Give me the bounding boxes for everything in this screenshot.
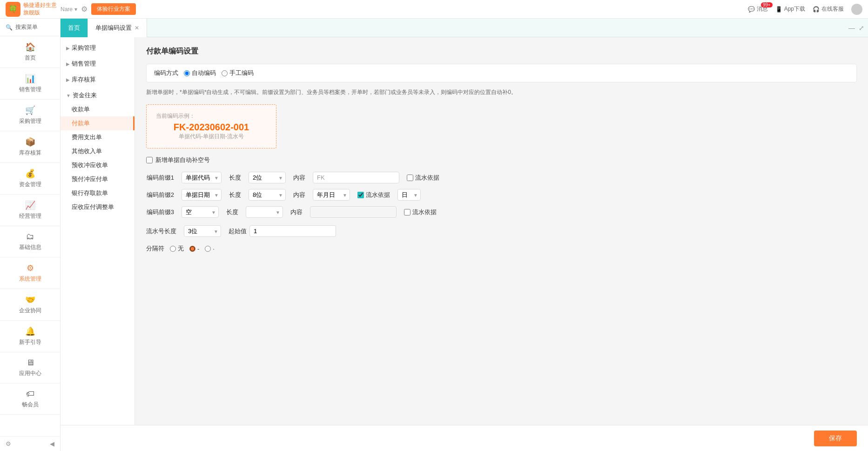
tab-encoding[interactable]: 单据编码设置 ✕ (88, 19, 147, 37)
separator-row: 分隔符 无 - · (146, 244, 857, 253)
message-btn[interactable]: 💬 消息 99+ (748, 5, 768, 13)
nav-item-pre-receive[interactable]: 预收冲应收单 (61, 158, 135, 172)
sidebar-item-label: 企业协同 (19, 307, 41, 315)
logo-text: 畅捷通好生意 旗舰版 (23, 2, 57, 16)
sidebar-item-enterprise[interactable]: 🤝 企业协同 (0, 289, 60, 321)
sidebar-item-basic-info[interactable]: 🗂 基础信息 (0, 226, 60, 257)
prefix-row-2: 编码前缀2 单据日期 ▼ 长度 8位 ▼ (146, 189, 857, 201)
member-icon: 🏷 (26, 389, 34, 399)
auto-fill-checkbox[interactable] (146, 157, 153, 163)
prefix2-type-select[interactable]: 单据日期 (182, 189, 222, 201)
user-avatar (851, 4, 862, 15)
minimize-icon[interactable]: — (848, 24, 855, 32)
prefix1-serial-checkbox[interactable] (407, 175, 413, 181)
prefix3-content-input[interactable] (310, 206, 397, 218)
settings-icon[interactable]: ⚙ (81, 5, 87, 13)
nav-item-payment[interactable]: 付款单 (61, 116, 135, 130)
sidebar-item-sales[interactable]: 📊 销售管理 (0, 68, 60, 100)
nav-item-adjust[interactable]: 应收应付调整单 (61, 200, 135, 214)
nav-arrow-sales: ▶ (66, 61, 70, 67)
nav-arrow-icon[interactable]: ▾ (74, 6, 77, 13)
nav-arrow-inventory: ▶ (66, 77, 70, 82)
nav-item-pre-pay[interactable]: 预付冲应付单 (61, 172, 135, 186)
sidebar-item-inventory[interactable]: 📦 库存核算 (0, 131, 60, 163)
separator-dot-radio[interactable] (205, 246, 211, 252)
sidebar-item-finance[interactable]: 💰 资金管理 (0, 163, 60, 195)
tab-home[interactable]: 首页 (61, 19, 88, 37)
nav-item-expense[interactable]: 费用支出单 (61, 130, 135, 144)
inventory-icon: 📦 (25, 137, 35, 147)
manual-encode-radio[interactable] (222, 70, 228, 76)
prefix-row-1: 编码前缀1 单据代码 ▼ 长度 2位 ▼ (146, 172, 857, 183)
system-icon: ⚙ (27, 263, 34, 273)
trial-btn[interactable]: 体验行业方案 (91, 3, 136, 15)
prefix3-type-select[interactable]: 空 (182, 206, 219, 218)
separator-dash-radio[interactable] (189, 246, 195, 252)
nav-section-finance-header[interactable]: ▼ 资金往来 (61, 88, 135, 102)
basic-info-icon: 🗂 (26, 232, 34, 242)
sidebar-item-member[interactable]: 🏷 畅会员 (0, 384, 60, 415)
separator-none-radio[interactable] (170, 246, 176, 252)
sidebar-item-appstore[interactable]: 🖥 应用中心 (0, 352, 60, 384)
prefix1-type-select[interactable]: 单据代码 (182, 172, 222, 183)
search-menu-btn[interactable]: 🔍 搜索菜单 (0, 19, 60, 36)
separator-dot[interactable]: · (205, 245, 215, 252)
app-download-btn[interactable]: 📱 App下载 (775, 5, 805, 13)
nav-arrow-purchase: ▶ (66, 46, 70, 51)
nav-placeholder-text: Nare (61, 6, 73, 13)
operations-icon: 📈 (25, 200, 35, 210)
sidebar-collapse-icon[interactable]: ◀ (50, 440, 54, 447)
tabbar-actions: — ⤢ (848, 24, 868, 32)
serial-row: 流水号长度 3位 ▼ 起始值 (146, 225, 857, 237)
expand-icon[interactable]: ⤢ (859, 24, 864, 32)
prefix3-serial-follow[interactable]: 流水依据 (404, 208, 437, 216)
nav-item-receipt[interactable]: 收款单 (61, 102, 135, 116)
separator-dash[interactable]: - (189, 245, 199, 252)
tab-close-icon[interactable]: ✕ (135, 25, 139, 31)
user-info[interactable] (851, 4, 862, 15)
prefix2-day-select[interactable]: 日 (397, 189, 421, 201)
prefix3-serial-checkbox[interactable] (404, 209, 410, 215)
nav-section-sales-header[interactable]: ▶ 销售管理 (61, 57, 135, 71)
topbar-nav: Nare ▾ (61, 6, 77, 13)
online-service-btn[interactable]: 🎧 在线客服 (813, 5, 844, 13)
enterprise-icon: 🤝 (25, 295, 35, 305)
prefix1-length-select[interactable]: 2位 (249, 172, 286, 183)
purchase-icon: 🛒 (25, 105, 35, 115)
sidebar-item-guide[interactable]: 🔔 新手引导 (0, 321, 60, 352)
example-label: 当前编码示例： (156, 112, 267, 120)
nav-item-bank[interactable]: 银行存取款单 (61, 186, 135, 200)
sidebar-item-home[interactable]: 🏠 首页 (0, 36, 60, 68)
sidebar-settings-icon[interactable]: ⚙ (6, 440, 11, 447)
prefix3-length-select[interactable] (246, 206, 283, 218)
sidebar-item-label: 系统管理 (19, 275, 41, 283)
prefix1-content-input[interactable] (313, 172, 399, 183)
auto-encode-option[interactable]: 自动编码 (184, 69, 216, 77)
topbar-left: 🍀 畅捷通好生意 旗舰版 Nare ▾ ⚙ 体验行业方案 (6, 2, 136, 17)
prefix3-content-label: 内容 (290, 208, 303, 216)
nav-section-purchase-header[interactable]: ▶ 采购管理 (61, 41, 135, 55)
sidebar-item-operations[interactable]: 📈 经营管理 (0, 195, 60, 226)
nav-item-other-income[interactable]: 其他收入单 (61, 144, 135, 158)
sidebar-item-purchase[interactable]: 🛒 采购管理 (0, 100, 60, 131)
start-value-input[interactable] (249, 225, 336, 237)
sidebar-item-label: 首页 (25, 54, 36, 62)
manual-encode-label: 手工编码 (229, 69, 254, 77)
notice-text: 新增单据时，*单据编码*自动生成，不可编辑。前缀设置为部门、业务员等档案类，开单… (146, 88, 857, 97)
prefix2-serial-checkbox[interactable] (357, 192, 364, 198)
nav-section-sales: ▶ 销售管理 (61, 57, 135, 71)
nav-section-inventory-header[interactable]: ▶ 库存核算 (61, 73, 135, 87)
auto-encode-radio[interactable] (184, 70, 190, 76)
serial-length-select[interactable]: 3位 (184, 225, 221, 237)
manual-encode-option[interactable]: 手工编码 (222, 69, 254, 77)
separator-none[interactable]: 无 (170, 244, 184, 253)
sidebar-item-label: 资金管理 (19, 181, 41, 188)
separator-dash-label: - (197, 245, 199, 252)
sidebar-bottom: ⚙ ◀ (0, 436, 60, 451)
prefix2-serial-follow[interactable]: 流水依据 (357, 191, 390, 199)
prefix1-serial-follow[interactable]: 流水依据 (407, 174, 439, 182)
prefix2-content-select[interactable]: 年月日 (313, 189, 350, 201)
sidebar-item-system[interactable]: ⚙ 系统管理 (0, 257, 60, 289)
prefix2-length-select[interactable]: 8位 (249, 189, 286, 201)
save-button[interactable]: 保存 (814, 431, 857, 446)
